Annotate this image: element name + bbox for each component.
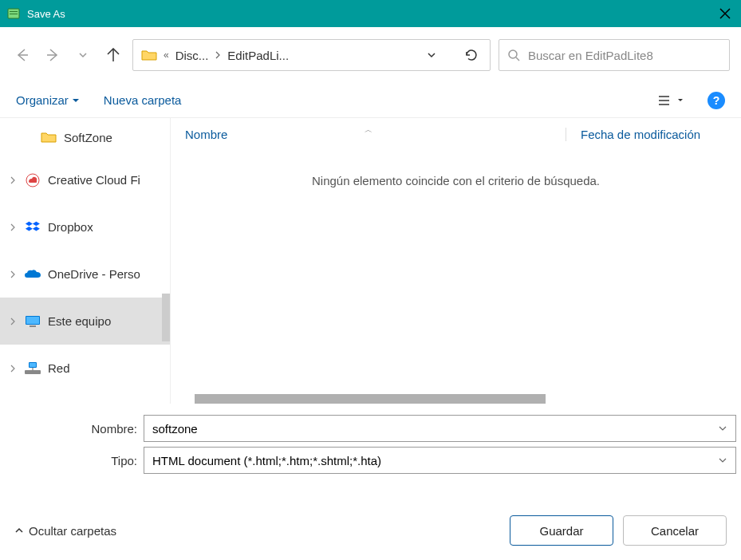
svg-rect-6 — [26, 317, 39, 324]
new-folder-button[interactable]: Nueva carpeta — [104, 93, 182, 107]
this-pc-icon — [24, 314, 41, 329]
tree-label: SoftZone — [64, 131, 112, 144]
tree-label: OneDrive - Perso — [48, 267, 140, 281]
svg-point-3 — [509, 50, 517, 58]
cancel-button[interactable]: Cancelar — [623, 515, 727, 546]
empty-message: Ningún elemento coincide con el criterio… — [171, 150, 741, 187]
svg-rect-10 — [25, 370, 41, 374]
navbar: « Disc... EditPadLi... — [0, 27, 741, 83]
app-icon — [6, 6, 21, 21]
chevron-down-icon[interactable] — [718, 456, 727, 464]
search-box[interactable] — [499, 39, 730, 71]
dropbox-icon — [24, 219, 41, 235]
toolbar: Organizar Nueva carpeta ? — [0, 83, 741, 118]
tree-item-onedrive[interactable]: OneDrive - Perso — [0, 250, 170, 298]
refresh-button[interactable] — [461, 48, 482, 62]
save-form: Nombre: Tipo: HTML document (*.html;*.ht… — [0, 404, 741, 490]
filename-input[interactable] — [152, 422, 718, 436]
tree-label: Creative Cloud Fi — [48, 173, 140, 187]
column-date[interactable]: Fecha de modificación — [566, 128, 741, 141]
hide-folders-button[interactable]: Ocultar carpetas — [14, 524, 116, 538]
svg-rect-9 — [30, 363, 36, 367]
tree-label: Red — [48, 361, 70, 375]
search-icon — [507, 49, 520, 61]
file-list: ︿ Nombre Fecha de modificación Ningún el… — [170, 118, 741, 404]
tree-label: Este equipo — [48, 314, 111, 328]
breadcrumb-ellipsis: « — [164, 49, 169, 61]
up-button[interactable] — [102, 44, 124, 66]
chevron-right-icon — [10, 365, 18, 373]
chevron-up-icon — [14, 526, 24, 534]
forward-button[interactable] — [41, 44, 64, 66]
tree-item-creative-cloud[interactable]: Creative Cloud Fi — [0, 156, 170, 203]
search-input[interactable] — [528, 49, 721, 62]
back-button[interactable] — [11, 44, 34, 66]
chevron-right-icon — [10, 317, 18, 325]
help-button[interactable]: ? — [707, 92, 725, 109]
organize-button[interactable]: Organizar — [16, 93, 80, 107]
titlebar: Save As — [0, 0, 741, 27]
svg-rect-7 — [30, 325, 36, 327]
column-name[interactable]: ︿ Nombre — [171, 128, 566, 141]
body: SoftZone Creative Cloud Fi Dropbox — [0, 118, 741, 404]
filename-combo[interactable] — [144, 415, 736, 442]
address-bar[interactable]: « Disc... EditPadLi... — [132, 39, 491, 71]
column-date-label: Fecha de modificación — [581, 128, 700, 141]
window-title: Save As — [27, 8, 715, 20]
horizontal-scrollbar[interactable] — [195, 394, 717, 404]
tree-item-this-pc[interactable]: Este equipo — [0, 298, 170, 345]
organize-label: Organizar — [16, 93, 69, 107]
sort-indicator-icon: ︿ — [365, 124, 372, 136]
new-folder-label: Nueva carpeta — [104, 93, 182, 107]
tree-item-network[interactable]: Red — [0, 345, 170, 392]
chevron-right-icon — [10, 223, 18, 231]
chevron-right-icon — [10, 270, 18, 278]
chevron-right-icon — [10, 176, 18, 184]
view-options-button[interactable] — [658, 95, 684, 106]
svg-rect-2 — [10, 14, 18, 14]
save-button[interactable]: Guardar — [510, 515, 613, 546]
creative-cloud-icon — [24, 172, 41, 188]
recent-dropdown[interactable] — [72, 44, 94, 66]
chevron-down-icon[interactable] — [718, 424, 727, 432]
filetype-label: Tipo: — [0, 454, 144, 467]
close-button[interactable] — [715, 4, 735, 23]
tree-item-softzone[interactable]: SoftZone — [0, 118, 170, 156]
tree-label: Dropbox — [48, 220, 93, 234]
folder-icon — [40, 129, 57, 145]
breadcrumb-2[interactable]: EditPadLi... — [227, 49, 289, 62]
sidebar: SoftZone Creative Cloud Fi Dropbox — [0, 118, 170, 404]
column-name-label: Nombre — [185, 128, 227, 141]
folder-icon — [141, 49, 157, 61]
filetype-value: HTML document (*.html;*.htm;*.shtml;*.ht… — [152, 454, 718, 467]
svg-rect-1 — [10, 11, 18, 12]
tree-item-dropbox[interactable]: Dropbox — [0, 203, 170, 250]
sidebar-scrollbar[interactable] — [162, 294, 170, 341]
breadcrumb-1[interactable]: Disc... — [175, 49, 209, 62]
footer: Ocultar carpetas Guardar Cancelar — [0, 501, 741, 560]
filename-label: Nombre: — [0, 422, 144, 436]
network-icon — [24, 361, 41, 377]
onedrive-icon — [24, 266, 41, 282]
column-headers: ︿ Nombre Fecha de modificación — [171, 118, 741, 150]
chevron-right-icon — [215, 51, 221, 59]
hide-folders-label: Ocultar carpetas — [29, 524, 116, 538]
filetype-combo[interactable]: HTML document (*.html;*.htm;*.shtml;*.ht… — [144, 447, 736, 474]
address-dropdown[interactable] — [423, 49, 440, 61]
